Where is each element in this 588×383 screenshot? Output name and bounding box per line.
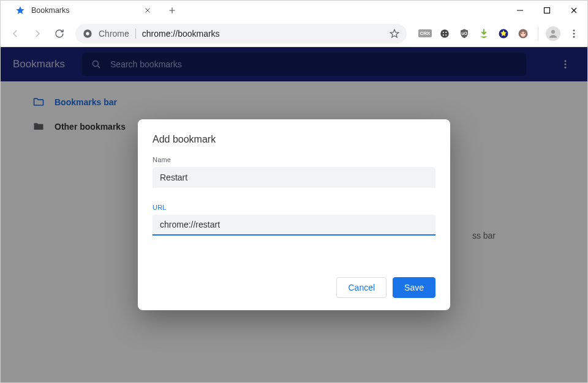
extension-monkey-icon[interactable] <box>517 28 529 40</box>
name-field-label: Name <box>153 156 435 163</box>
add-bookmark-dialog: Add bookmark Name URL Cancel Save <box>138 119 450 310</box>
forward-button[interactable] <box>28 24 47 43</box>
extension-crx-icon[interactable]: CRX <box>419 28 431 40</box>
divider <box>538 27 538 40</box>
svg-point-7 <box>445 34 447 35</box>
browser-toolbar: Chrome chrome://bookmarks CRX uO <box>1 20 587 47</box>
dialog-title: Add bookmark <box>153 134 435 145</box>
close-icon[interactable] <box>143 6 152 15</box>
divider <box>135 29 136 39</box>
reload-button[interactable] <box>50 24 69 43</box>
svg-point-12 <box>521 32 522 34</box>
svg-point-16 <box>573 32 575 34</box>
dialog-actions: Cancel Save <box>153 277 435 298</box>
svg-point-13 <box>524 32 525 34</box>
svg-point-11 <box>521 31 526 36</box>
close-window-button[interactable] <box>560 1 587 20</box>
url-field-label: URL <box>153 204 435 211</box>
svg-point-14 <box>551 30 555 34</box>
svg-point-2 <box>86 32 89 35</box>
url-input[interactable] <box>153 215 435 236</box>
svg-point-6 <box>443 34 444 35</box>
titlebar: Bookmarks <box>1 1 587 20</box>
address-origin-label: Chrome <box>99 29 129 39</box>
save-label: Save <box>404 283 424 292</box>
back-button[interactable] <box>6 24 25 43</box>
star-icon <box>15 6 25 15</box>
svg-point-3 <box>440 29 449 38</box>
svg-point-15 <box>573 29 575 31</box>
profile-button[interactable] <box>546 26 560 41</box>
tab-title: Bookmarks <box>31 6 70 15</box>
maximize-button[interactable] <box>533 1 560 20</box>
page-content: Bookmarks Bookmarks bar <box>1 47 587 382</box>
kebab-menu-button[interactable] <box>565 25 582 42</box>
svg-point-5 <box>445 31 447 32</box>
cancel-label: Cancel <box>348 283 375 292</box>
chrome-icon <box>83 29 92 39</box>
browser-window: Bookmarks Chrome <box>0 0 588 383</box>
extension-badge-icon[interactable] <box>497 28 510 40</box>
address-url-text: chrome://bookmarks <box>142 29 383 39</box>
svg-rect-0 <box>545 8 550 13</box>
extension-download-icon[interactable] <box>478 28 490 40</box>
svg-point-4 <box>443 31 444 32</box>
name-input[interactable] <box>153 167 435 188</box>
extension-shield-icon[interactable]: uO <box>458 28 470 40</box>
extension-dice-icon[interactable] <box>439 28 451 40</box>
window-controls <box>507 1 587 20</box>
address-bar[interactable]: Chrome chrome://bookmarks <box>75 24 407 43</box>
cancel-button[interactable]: Cancel <box>336 277 386 298</box>
browser-tab[interactable]: Bookmarks <box>6 1 159 20</box>
extension-strip: CRX uO <box>413 28 533 40</box>
minimize-button[interactable] <box>507 1 533 20</box>
bookmark-star-icon[interactable] <box>390 29 399 39</box>
save-button[interactable]: Save <box>393 277 435 298</box>
new-tab-button[interactable] <box>164 2 180 18</box>
svg-point-17 <box>573 35 575 37</box>
svg-text:uO: uO <box>461 31 467 35</box>
